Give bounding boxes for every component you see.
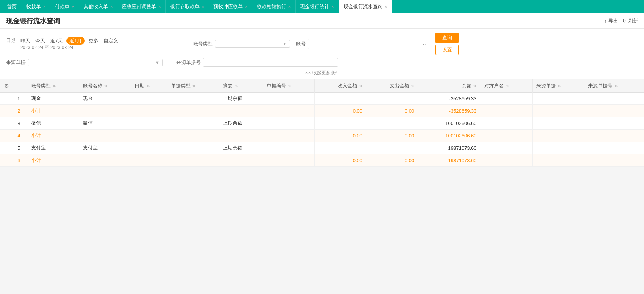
table-header: ⚙ 账号类型 ⇅ 账号名称 ⇅ 日期 ⇅ 单据类型 ⇅ [0,79,644,93]
chevron-down-icon: ▼ [283,42,287,46]
account-input[interactable] [311,40,409,48]
filter-row-1: 日期 昨天今天近7天近1月更多自定义 2023-02-24 至 2023-03-… [6,33,638,55]
sort-icon-source-doc-no: ⇅ [615,84,618,88]
th-index [14,79,27,93]
close-tab-icon[interactable]: × [110,4,113,9]
table-body: 1现金现金上期余额-3528659.332小计0.000.00-3528659.… [0,93,644,167]
table-row: 5支付宝支付宝上期余额19871073.60 [0,142,644,154]
filter-row-2: 来源单据 ▼ 来源单据号 [6,58,638,67]
export-icon: ↑ [605,18,607,24]
table-row: 1现金现金上期余额-3528659.33 [0,93,644,105]
close-tab-icon[interactable]: × [332,4,334,9]
th-account-type[interactable]: 账号类型 ⇅ [27,79,79,93]
source-doc-no-filter: 来源单据号 [176,58,338,67]
th-gear: ⚙ [0,79,14,93]
close-tab-icon[interactable]: × [158,4,161,9]
table-row: 6小计0.000.0019871073.60 [0,154,644,167]
nav-tab-收款核销执行[interactable]: 收款核销执行× [252,0,296,13]
nav-tab-应收应付调整单[interactable]: 应收应付调整单× [117,0,165,13]
sort-icon-doc-no: ⇅ [288,84,291,88]
refresh-button[interactable]: ↻ 刷新 [623,18,638,24]
settings-gear-icon[interactable]: ⚙ [4,83,9,89]
th-doc-type[interactable]: 单据类型 ⇅ [167,79,219,93]
sort-icon-income: ⇅ [359,84,362,88]
date-shortcut-更多[interactable]: 更多 [87,37,100,45]
refresh-icon: ↻ [623,18,627,24]
account-type-select[interactable]: ▼ [215,40,290,48]
nav-tab-其他收入单[interactable]: 其他收入单× [79,0,117,13]
close-tab-icon[interactable]: × [385,4,387,9]
account-label: 账号 [296,40,306,47]
main-table: ⚙ 账号类型 ⇅ 账号名称 ⇅ 日期 ⇅ 单据类型 ⇅ [0,79,644,167]
close-tab-icon[interactable]: × [288,4,291,9]
sort-icon-account-type: ⇅ [53,84,56,88]
date-shortcut-昨天[interactable]: 昨天 [19,37,32,45]
more-dots[interactable]: ··· [423,41,429,47]
query-button[interactable]: 查询 [435,33,459,43]
close-tab-icon[interactable]: × [245,4,247,9]
date-shortcut-近1月[interactable]: 近1月 [66,37,85,45]
th-expense[interactable]: 支出金额 ⇅ [366,79,418,93]
nav-tab-收款单[interactable]: 收款单× [22,0,50,13]
date-shortcuts: 昨天今天近7天近1月更多自定义 [19,37,120,45]
nav-tabs: 收款单×付款单×其他收入单×应收应付调整单×银行存取款单×预收冲应收单×收款核销… [22,0,392,13]
th-source-doc[interactable]: 来源单据 ⇅ [532,79,584,93]
nav-tab-现金银行统计[interactable]: 现金银行统计× [296,0,339,13]
date-shortcut-今天[interactable]: 今天 [34,37,47,45]
filter-area: 日期 昨天今天近7天近1月更多自定义 2023-02-24 至 2023-03-… [0,29,644,79]
account-input-wrapper [308,39,420,49]
sort-icon-balance: ⇅ [473,84,476,88]
page-title: 现金银行流水查询 [6,16,60,25]
table-row: 4小计0.000.00100102606.60 [0,130,644,142]
page-header: 现金银行流水查询 ↑ 导出 ↻ 刷新 [0,13,644,29]
date-filter: 日期 昨天今天近7天近1月更多自定义 2023-02-24 至 2023-03-… [6,37,120,51]
sort-icon-expense: ⇅ [411,84,414,88]
th-doc-no[interactable]: 单据编号 ⇅ [263,79,314,93]
sort-icon-account-name: ⇅ [104,84,107,88]
header-actions: ↑ 导出 ↻ 刷新 [605,18,638,24]
collapse-icon: ∧∧ [305,70,311,75]
date-shortcut-近7天[interactable]: 近7天 [49,37,64,45]
collapse-label: 收起更多条件 [312,70,339,76]
nav-tab-银行存取款单[interactable]: 银行存取款单× [166,0,209,13]
date-label: 日期 [6,37,16,44]
source-doc-no-label: 来源单据号 [176,59,201,66]
nav-tab-预收冲应收单[interactable]: 预收冲应收单× [209,0,252,13]
th-account-name[interactable]: 账号名称 ⇅ [79,79,131,93]
th-counterpart[interactable]: 对方户名 ⇅ [480,79,532,93]
action-buttons: 查询 设置 [435,33,459,55]
sort-icon-doc-type: ⇅ [192,84,195,88]
th-income[interactable]: 收入金额 ⇅ [314,79,366,93]
th-balance[interactable]: 余额 ⇅ [418,79,480,93]
close-tab-icon[interactable]: × [202,4,204,9]
account-filter: 账号 ··· [296,39,429,49]
source-doc-no-input[interactable] [203,58,338,67]
top-nav: 首页 收款单×付款单×其他收入单×应收应付调整单×银行存取款单×预收冲应收单×收… [0,0,644,13]
table-row: 3微信微信上期余额100102606.60 [0,117,644,130]
source-doc-label: 来源单据 [6,59,26,66]
nav-tab-付款单[interactable]: 付款单× [50,0,79,13]
nav-home[interactable]: 首页 [2,3,22,10]
date-range: 2023-02-24 至 2023-03-24 [20,45,120,51]
source-doc-filter: 来源单据 ▼ [6,59,163,66]
close-tab-icon[interactable]: × [43,4,45,9]
nav-tab-现金银行流水查询[interactable]: 现金银行流水查询× [339,0,392,13]
sort-icon-date: ⇅ [147,84,150,88]
collapse-bar[interactable]: ∧∧ 收起更多条件 [6,70,638,76]
th-source-doc-no[interactable]: 来源单据号 ⇅ [584,79,644,93]
table-wrapper: ⚙ 账号类型 ⇅ 账号名称 ⇅ 日期 ⇅ 单据类型 ⇅ [0,79,644,167]
sort-icon-summary: ⇅ [235,84,238,88]
th-date[interactable]: 日期 ⇅ [131,79,167,93]
account-type-filter: 账号类型 ▼ [193,40,290,48]
settings-button[interactable]: 设置 [435,45,459,55]
source-doc-select[interactable]: ▼ [28,59,163,66]
export-button[interactable]: ↑ 导出 [605,18,618,24]
sort-icon-source-doc: ⇅ [558,84,561,88]
table-header-row: ⚙ 账号类型 ⇅ 账号名称 ⇅ 日期 ⇅ 单据类型 ⇅ [0,79,644,93]
table-row: 2小计0.000.00-3528659.33 [0,105,644,117]
account-type-label: 账号类型 [193,40,213,47]
chevron-down-icon2: ▼ [155,60,159,65]
date-shortcut-自定义[interactable]: 自定义 [102,37,120,45]
close-tab-icon[interactable]: × [72,4,74,9]
th-summary[interactable]: 摘要 ⇅ [219,79,263,93]
